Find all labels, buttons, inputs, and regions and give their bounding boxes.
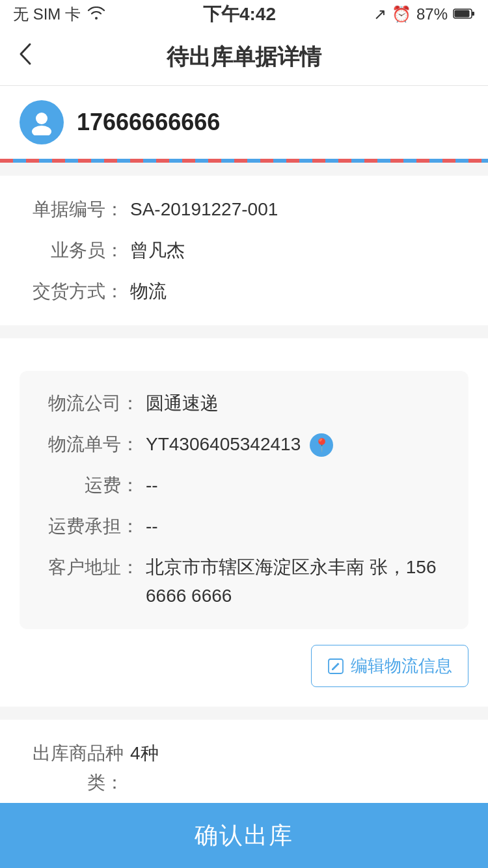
status-right: ↗ ⏰ 87% <box>373 5 475 23</box>
tracking-row: 物流单号： YT4306405342413 <box>35 430 453 459</box>
edit-icon <box>327 658 344 675</box>
delivery-method-row: 交货方式： 物流 <box>20 277 468 306</box>
freight-row: 运费： -- <box>35 471 453 500</box>
logistics-company-row: 物流公司： 圆通速递 <box>35 389 453 418</box>
freight-bear-label: 运费承担： <box>35 512 139 541</box>
logistics-box: 物流公司： 圆通速递 物流单号： YT4306405342413 运费： -- … <box>20 371 468 629</box>
tracking-value: YT4306405342413 <box>146 430 453 459</box>
freight-value: -- <box>146 471 453 500</box>
delivery-method-value: 物流 <box>130 277 468 306</box>
page-title: 待出库单据详情 <box>167 42 321 72</box>
logistics-company-value: 圆通速递 <box>146 389 453 418</box>
freight-bear-row: 运费承担： -- <box>35 512 453 541</box>
address-row: 客户地址： 北京市市辖区海淀区永丰南 张，156 6666 6666 <box>35 553 453 612</box>
freight-bear-value: -- <box>146 512 453 541</box>
delivery-method-label: 交货方式： <box>20 277 124 306</box>
nav-bar: 待出库单据详情 <box>0 29 488 86</box>
avatar <box>20 100 64 144</box>
svg-rect-1 <box>472 12 474 16</box>
battery-icon <box>453 5 475 23</box>
dashed-divider <box>0 159 488 163</box>
svg-rect-2 <box>454 10 469 18</box>
sales-person-row: 业务员： 曾凡杰 <box>20 236 468 265</box>
edit-logistics-row: 编辑物流信息 <box>20 645 468 687</box>
freight-label: 运费： <box>35 471 139 500</box>
alarm-icon: ⏰ <box>392 5 411 23</box>
logistics-company-label: 物流公司： <box>35 389 139 418</box>
address-label: 客户地址： <box>35 553 139 582</box>
order-number-value: SA-20191227-001 <box>130 195 468 224</box>
wifi-icon <box>87 5 105 23</box>
tracking-label: 物流单号： <box>35 430 139 459</box>
status-left: 无 SIM 卡 <box>13 4 105 25</box>
svg-point-4 <box>32 126 51 135</box>
goods-type-label: 出库商品种类： <box>20 739 124 798</box>
goods-type-value: 4种 <box>130 739 468 768</box>
edit-logistics-label: 编辑物流信息 <box>351 655 452 677</box>
confirm-button[interactable]: 确认出库 <box>195 820 293 852</box>
order-info-section: 单据编号： SA-20191227-001 业务员： 曾凡杰 交货方式： 物流 <box>0 176 488 325</box>
sales-person-value: 曾凡杰 <box>130 236 468 265</box>
confirm-button-label: 确认出库 <box>195 822 293 848</box>
order-number-row: 单据编号： SA-20191227-001 <box>20 195 468 224</box>
logistics-section: 物流公司： 圆通速递 物流单号： YT4306405342413 运费： -- … <box>0 338 488 707</box>
battery-level: 87% <box>416 5 448 23</box>
order-number-label: 单据编号： <box>20 195 124 224</box>
back-button[interactable] <box>18 42 33 72</box>
tracking-number: YT4306405342413 <box>146 430 301 459</box>
location-arrow-icon: ↗ <box>373 5 386 23</box>
carrier-label: 无 SIM 卡 <box>13 4 81 25</box>
status-time: 下午4:42 <box>203 2 276 27</box>
goods-type-row: 出库商品种类： 4种 <box>20 739 468 798</box>
status-bar: 无 SIM 卡 下午4:42 ↗ ⏰ 87% <box>0 0 488 29</box>
address-value: 北京市市辖区海淀区永丰南 张，156 6666 6666 <box>146 553 453 612</box>
sales-person-label: 业务员： <box>20 236 124 265</box>
tracking-location-icon[interactable] <box>310 433 333 457</box>
confirm-bar: 确认出库 <box>0 803 488 868</box>
customer-header: 17666666666 <box>0 86 488 159</box>
edit-logistics-button[interactable]: 编辑物流信息 <box>311 645 468 687</box>
customer-phone: 17666666666 <box>77 109 220 136</box>
svg-point-3 <box>36 113 47 124</box>
